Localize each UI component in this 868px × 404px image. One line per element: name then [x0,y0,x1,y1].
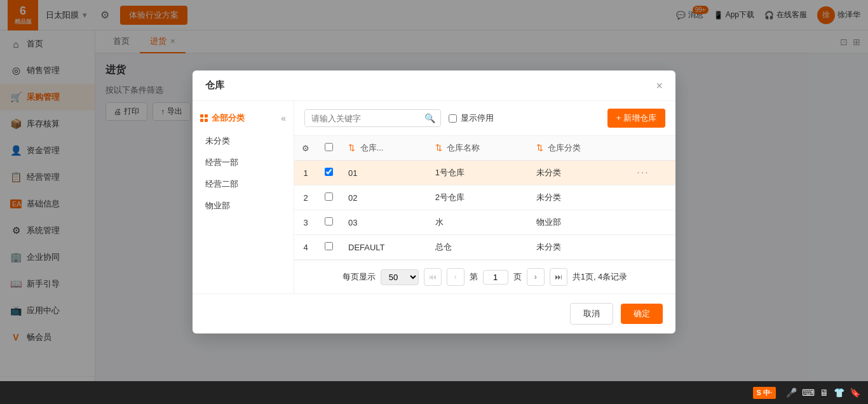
table-header-row: ⚙ ⇅ 仓库... ⇅ [294,136,675,161]
confirm-btn[interactable]: 确定 [621,304,663,324]
page-input[interactable] [483,270,508,285]
modal-title: 仓库 [205,79,224,91]
page-end-label: 页 [513,271,522,283]
row-checkbox[interactable] [325,168,333,176]
sort-icon-category: ⇅ [536,143,543,152]
th-code[interactable]: ⇅ 仓库... [341,136,428,161]
total-label: 共1页, 4条记录 [573,271,628,283]
row-checkbox[interactable] [325,242,333,250]
row-category: 未分类 [529,161,630,185]
category-header: 全部分类 « [193,109,294,128]
th-actions [629,136,675,161]
add-warehouse-btn[interactable]: + 新增仓库 [607,109,665,128]
warehouse-table: ⚙ ⇅ 仓库... ⇅ [294,136,675,260]
page-size-select[interactable]: 50 100 200 [381,269,419,285]
mic-icon[interactable]: 🎤 [786,387,797,398]
th-category[interactable]: ⇅ 仓库分类 [529,136,630,161]
row-category: 未分类 [529,235,630,260]
search-icon-btn[interactable]: 🔍 [419,110,440,126]
row-index: 2 [294,185,317,210]
grid-icon [200,114,208,122]
table-row: 3 03 水 物业部 [294,210,675,235]
row-code: DEFAULT [341,235,428,260]
table-row: 1 01 1号仓库 未分类 ··· [294,161,675,185]
show-disabled-checkbox[interactable] [449,114,457,123]
modal-header: 仓库 × [193,71,675,101]
row-checkbox-cell [317,185,341,210]
cancel-btn[interactable]: 取消 [570,303,613,325]
settings-icon-bar[interactable]: 🖥 [820,387,829,398]
table-scroll: ⚙ ⇅ 仓库... ⇅ [294,136,675,260]
category-item-ops2[interactable]: 经营二部 [193,173,294,195]
sort-icon-name: ⇅ [435,143,442,152]
th-settings: ⚙ [294,136,317,161]
row-more [629,210,675,235]
row-index: 1 [294,161,317,185]
th-checkbox [317,136,341,161]
show-disabled-label: 显示停用 [461,112,494,124]
category-item-uncategorized[interactable]: 未分类 [193,130,294,152]
row-more [629,235,675,260]
show-disabled-wrap: 显示停用 [449,112,494,124]
row-name: 总仓 [428,235,529,260]
shirt-icon[interactable]: 👕 [834,387,844,398]
row-checkbox-cell [317,210,341,235]
prev-page-btn[interactable]: ‹ [447,268,465,286]
row-checkbox-cell [317,161,341,185]
gear-icon: ⚙ [302,144,309,153]
modal-overlay: 仓库 × 全部分类 « 未分类 经营一部 经营二部 物业部 [0,0,868,404]
table-toolbar: 🔍 显示停用 + 新增仓库 [294,101,675,136]
row-more: ··· [629,161,675,185]
row-code: 02 [341,185,428,210]
row-code: 03 [341,210,428,235]
table-panel: 🔍 显示停用 + 新增仓库 ⚙ [294,101,675,293]
status-bar: S 中· 🎤 ⌨ 🖥 👕 🔖 [0,381,868,404]
modal-footer: 取消 确定 [193,293,675,333]
row-code: 01 [341,161,428,185]
status-logo: S 中· [753,387,776,399]
sort-icon-code: ⇅ [348,143,355,152]
row-more [629,185,675,210]
warehouse-modal: 仓库 × 全部分类 « 未分类 经营一部 经营二部 物业部 [193,71,675,333]
row-name: 1号仓库 [428,161,529,185]
row-checkbox-cell [317,235,341,260]
modal-close-btn[interactable]: × [656,80,663,91]
first-page-btn[interactable]: ⏮ [424,268,442,286]
search-wrap: 🔍 [304,109,441,127]
category-panel: 全部分类 « 未分类 经营一部 经营二部 物业部 [193,101,294,293]
search-input[interactable] [305,111,419,126]
row-index: 3 [294,210,317,235]
pagination-bar: 每页显示 50 100 200 ⏮ ‹ 第 页 › ⏭ 共1页, 4条记录 [294,260,675,293]
more-actions-btn[interactable]: ··· [637,167,649,178]
row-name: 2号仓库 [428,185,529,210]
table-row: 4 DEFAULT 总仓 未分类 [294,235,675,260]
th-name[interactable]: ⇅ 仓库名称 [428,136,529,161]
modal-body: 全部分类 « 未分类 经营一部 经营二部 物业部 🔍 [193,101,675,293]
row-category: 未分类 [529,185,630,210]
row-name: 水 [428,210,529,235]
keyboard-icon[interactable]: ⌨ [802,387,815,398]
category-item-property[interactable]: 物业部 [193,195,294,217]
bookmark-icon[interactable]: 🔖 [850,387,860,398]
row-checkbox[interactable] [325,192,333,201]
category-item-ops1[interactable]: 经营一部 [193,152,294,173]
row-checkbox[interactable] [325,217,333,226]
select-all-checkbox[interactable] [325,143,333,151]
table-row: 2 02 2号仓库 未分类 [294,185,675,210]
last-page-btn[interactable]: ⏭ [550,268,567,286]
category-collapse-btn[interactable]: « [281,113,286,123]
row-index: 4 [294,235,317,260]
page-size-label: 每页显示 [342,271,376,283]
all-category-title[interactable]: 全部分类 [200,112,245,124]
row-category: 物业部 [529,210,630,235]
next-page-btn[interactable]: › [527,268,545,286]
page-label: 第 [470,271,478,283]
